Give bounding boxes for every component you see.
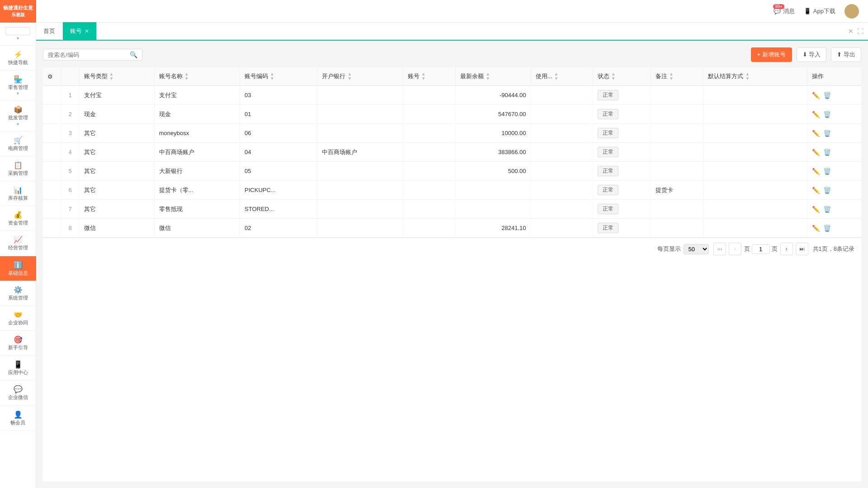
col-num — [61, 67, 79, 86]
first-page-button[interactable]: ⏮ — [713, 243, 726, 255]
last-page-button[interactable]: ⏭ — [796, 243, 808, 255]
delete-icon[interactable]: 🗑️ — [823, 187, 831, 194]
edit-icon[interactable]: ✏️ — [812, 187, 820, 194]
col-type[interactable]: 账号类型 ▲▼ — [79, 67, 154, 86]
row-status: 正常 — [593, 86, 651, 105]
prev-page-button[interactable]: ‹ — [729, 243, 741, 255]
edit-icon[interactable]: ✏️ — [812, 206, 820, 213]
col-balance[interactable]: 最新余额 ▲▼ — [456, 67, 531, 86]
edit-icon[interactable]: ✏️ — [812, 111, 820, 118]
delete-icon[interactable]: 🗑️ — [823, 130, 831, 137]
tab-bar: 首页 账号 ✕ ✕ ⛶ — [36, 23, 868, 41]
sidebar-item-new-guide[interactable]: 🎯 新手引导 — [0, 331, 36, 356]
delete-icon[interactable]: 🗑️ — [823, 111, 831, 118]
col-gear[interactable]: ⚙ — [43, 67, 61, 86]
sidebar-item-inventory[interactable]: 📊 库存核算 — [0, 181, 36, 206]
sidebar-item-wholesale[interactable]: 📦 批发管理 ▼ — [0, 101, 36, 131]
sidebar-item-search-menu[interactable]: ▼ — [0, 23, 36, 46]
add-account-button[interactable]: + 新增账号 — [751, 47, 792, 62]
row-remark: 提货卡 — [651, 181, 703, 200]
sidebar-item-corp-wechat[interactable]: 💬 企业微信 — [0, 380, 36, 405]
col-code[interactable]: 账号编码 ▲▼ — [240, 67, 317, 86]
col-remark[interactable]: 备注 ▲▼ — [651, 67, 703, 86]
sidebar-item-ecommerce[interactable]: 🛒 电商管理 — [0, 131, 36, 156]
row-gear — [43, 143, 61, 162]
row-usage — [531, 124, 593, 143]
retail-icon: 🏪 — [14, 75, 23, 84]
sidebar-item-purchase[interactable]: 📋 采购管理 — [0, 156, 36, 181]
sidebar-item-operations[interactable]: 📈 经营管理 — [0, 231, 36, 256]
finance-icon: 💰 — [14, 211, 23, 219]
logo-text: 畅捷通好生意 — [3, 5, 33, 11]
delete-icon[interactable]: 🗑️ — [823, 92, 831, 99]
sort-code-icon: ▲▼ — [270, 72, 274, 81]
col-usage[interactable]: 使用... ▲▼ — [531, 67, 593, 86]
delete-icon[interactable]: 🗑️ — [823, 168, 831, 175]
delete-icon[interactable]: 🗑️ — [823, 225, 831, 232]
status-badge: 正常 — [598, 204, 618, 214]
col-bank-label: 开户银行 — [322, 72, 345, 80]
sort-bank-icon: ▲▼ — [347, 72, 352, 81]
row-code: 02 — [240, 219, 317, 238]
col-name[interactable]: 账号名称 ▲▼ — [154, 67, 240, 86]
status-badge: 正常 — [598, 109, 618, 119]
table-row: 3 其它 moneybosx 06 10000.00 正常 ✏️ 🗑️ — [43, 124, 861, 143]
row-code: 06 — [240, 124, 317, 143]
sidebar-item-retail[interactable]: 🏪 零售管理 ▼ — [0, 70, 36, 101]
edit-icon[interactable]: ✏️ — [812, 149, 820, 156]
row-bank — [317, 219, 403, 238]
edit-icon[interactable]: ✏️ — [812, 225, 820, 232]
row-status: 正常 — [593, 124, 651, 143]
row-balance — [456, 181, 531, 200]
app-logo: 畅捷通好生意 乐惠版 — [0, 0, 36, 23]
sidebar-item-quick-nav[interactable]: ⚡ 快捷导航 — [0, 46, 36, 70]
sidebar-item-app-center[interactable]: 📱 应用中心 — [0, 356, 36, 380]
delete-icon[interactable]: 🗑️ — [823, 149, 831, 156]
tab-home[interactable]: 首页 — [36, 22, 63, 40]
col-default-payment[interactable]: 默认结算方式 ▲▼ — [703, 67, 807, 86]
sidebar-search-input[interactable] — [5, 27, 30, 35]
sidebar-item-corp-agreement[interactable]: 🤝 企业协同 — [0, 306, 36, 331]
row-code: 04 — [240, 143, 317, 162]
sidebar-item-label: 企业协同 — [8, 320, 28, 326]
sidebar-item-member[interactable]: 👤 畅会员 — [0, 406, 36, 431]
col-status[interactable]: 状态 ▲▼ — [593, 67, 651, 86]
edit-icon[interactable]: ✏️ — [812, 92, 820, 99]
gear-icon: ⚙ — [47, 73, 53, 80]
purchase-icon: 📋 — [14, 161, 23, 169]
export-button[interactable]: ⬆ 导出 — [831, 47, 861, 62]
sidebar-item-finance[interactable]: 💰 资金管理 — [0, 206, 36, 231]
sidebar-item-system[interactable]: ⚙️ 系统管理 — [0, 281, 36, 306]
search-input[interactable] — [48, 52, 127, 58]
col-account[interactable]: 账号 ▲▼ — [403, 67, 455, 86]
row-default-payment — [703, 219, 807, 238]
import-button[interactable]: ⬇ 导入 — [797, 47, 827, 62]
close-window-icon[interactable]: ✕ — [848, 28, 854, 35]
col-code-label: 账号编码 — [245, 72, 268, 80]
edit-icon[interactable]: ✏️ — [812, 168, 820, 175]
page-suffix-label: 页 — [772, 245, 778, 253]
col-bank[interactable]: 开户银行 ▲▼ — [317, 67, 403, 86]
status-badge: 正常 — [598, 128, 618, 138]
sort-type-icon: ▲▼ — [109, 72, 114, 81]
row-remark — [651, 105, 703, 124]
next-page-button[interactable]: › — [780, 243, 793, 255]
user-avatar[interactable] — [844, 4, 859, 19]
row-gear — [43, 105, 61, 124]
delete-icon[interactable]: 🗑️ — [823, 206, 831, 213]
row-action: ✏️ 🗑️ — [807, 105, 861, 124]
tab-account[interactable]: 账号 ✕ — [63, 22, 97, 40]
page-number-input[interactable]: 1 — [752, 244, 770, 254]
row-balance: 383866.00 — [456, 143, 531, 162]
edit-icon[interactable]: ✏️ — [812, 130, 820, 137]
maximize-window-icon[interactable]: ⛶ — [857, 28, 863, 35]
sidebar-item-basic-info[interactable]: ℹ️ 基础信息 — [0, 256, 36, 281]
per-page-dropdown[interactable]: 50 100 200 — [684, 244, 709, 254]
row-type: 支付宝 — [79, 86, 154, 105]
app-download-button[interactable]: 📱 App下载 — [804, 7, 835, 15]
search-icon[interactable]: 🔍 — [130, 51, 137, 58]
sidebar-item-label: 零售管理 — [8, 84, 28, 90]
row-num: 2 — [61, 105, 79, 124]
message-button[interactable]: 💬 99+ 消息 — [774, 7, 795, 15]
tab-close-icon[interactable]: ✕ — [85, 28, 89, 34]
